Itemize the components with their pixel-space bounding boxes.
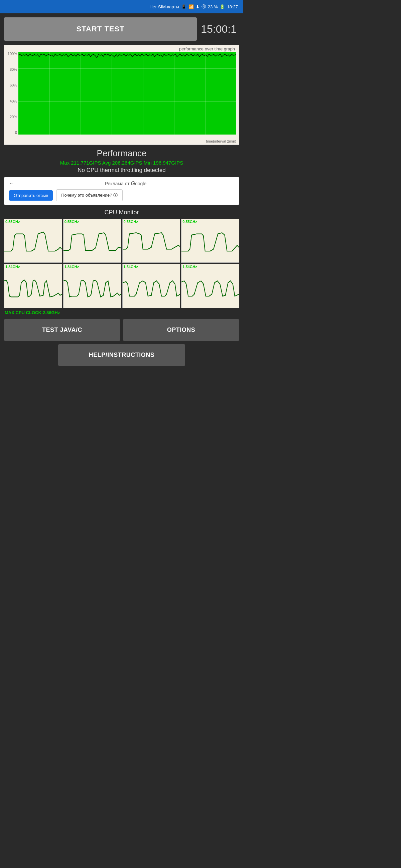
options-button[interactable]: OPTIONS <box>123 319 239 341</box>
cpu-core-2: 0.55GHz <box>63 219 121 263</box>
cpu-core-6-freq: 1.84GHz <box>64 265 79 269</box>
ad-back-arrow-icon[interactable]: ← <box>9 181 15 187</box>
cpu-core-6-graph <box>63 270 121 307</box>
y-label-60: 60% <box>10 83 17 87</box>
test-javac-button[interactable]: TEST JAVA/C <box>4 319 120 341</box>
cpu-grid-top: 0.55GHz 0.55GHz <box>4 219 239 308</box>
wifi-icon: 📶 <box>189 4 194 9</box>
performance-stats: Max 211,771GIPS Avg 206,264GIPS Min 196,… <box>4 160 239 165</box>
performance-title: Performance <box>4 148 239 159</box>
performance-section: Performance Max 211,771GIPS Avg 206,264G… <box>4 148 239 174</box>
timer-display: 15:00:1 <box>201 23 239 35</box>
y-label-20: 20% <box>10 115 17 119</box>
help-instructions-button[interactable]: HELP/INSTRUCTIONS <box>58 344 185 366</box>
cpu-core-6: 1.84GHz <box>63 264 121 308</box>
cpu-core-8: 1.54GHz <box>181 264 239 308</box>
cpu-core-4-graph <box>181 224 239 262</box>
clock: 18:27 <box>227 4 238 9</box>
cpu-core-5-freq: 1.84GHz <box>5 265 20 269</box>
y-label-80: 80% <box>10 67 17 71</box>
main-content: START TEST 15:00:1 performance over time… <box>0 13 243 383</box>
ad-feedback-button[interactable]: Отправить отзыв <box>9 190 53 200</box>
cpu-core-2-freq: 0.55GHz <box>64 220 79 224</box>
bottom-buttons: TEST JAVA/C OPTIONS <box>4 319 239 341</box>
status-bar: Нет SIM-карты 📱 📶 ⬇ Ⓝ 23 % 🔋 18:27 <box>0 0 243 13</box>
cpu-core-5: 1.84GHz <box>4 264 62 308</box>
sim-status: Нет SIM-карты <box>149 4 179 9</box>
ad-label: Реклама от Google <box>17 181 234 187</box>
cpu-core-3-graph <box>123 224 180 262</box>
cpu-core-5-graph <box>4 270 62 307</box>
cpu-core-2-graph <box>63 224 121 262</box>
sim-icon: 📱 <box>181 4 187 9</box>
help-btn-row: HELP/INSTRUCTIONS <box>4 344 239 366</box>
performance-line-svg <box>18 52 236 134</box>
graph-y-labels: 100% 80% 60% 40% 20% 0 <box>4 52 18 134</box>
y-label-100: 100% <box>8 52 17 56</box>
graph-area <box>18 52 236 134</box>
ad-from-text: Реклама от <box>105 181 130 186</box>
download-icon: ⬇ <box>196 4 200 9</box>
graph-title: performance over time graph <box>179 46 235 52</box>
cpu-core-1-freq: 0.55GHz <box>5 220 20 224</box>
cpu-monitor-section: CPU Monitor 0.55GHz 0.55GHz <box>4 209 239 315</box>
battery-percent: 23 % <box>208 4 218 9</box>
battery-icon: 🔋 <box>220 4 225 9</box>
max-cpu-clock: MAX CPU CLOCK:2.86GHz <box>4 310 239 315</box>
cpu-core-7-freq: 1.54GHz <box>124 265 138 269</box>
cpu-core-1-graph <box>4 224 62 262</box>
start-test-button[interactable]: START TEST <box>4 18 197 41</box>
throttle-text: No CPU thermal throttling detected <box>4 167 239 174</box>
ad-buttons-row: Отправить отзыв Почему это объявление? ⓘ <box>9 189 234 201</box>
cpu-core-8-graph <box>181 270 239 307</box>
cpu-core-1: 0.55GHz <box>4 219 62 263</box>
ad-why-button[interactable]: Почему это объявление? ⓘ <box>56 189 123 201</box>
graph-x-label: time(interval 2min) <box>206 139 236 143</box>
google-text: oogle <box>135 181 146 186</box>
cpu-core-7-graph <box>123 270 180 307</box>
cpu-core-8-freq: 1.54GHz <box>182 265 197 269</box>
cpu-core-7: 1.54GHz <box>122 264 180 308</box>
ad-banner: ← Реклама от Google Отправить отзыв Поче… <box>4 177 239 205</box>
top-controls: START TEST 15:00:1 <box>4 18 239 41</box>
cpu-core-4-freq: 0.55GHz <box>182 220 197 224</box>
performance-graph: performance over time graph 100% 80% 60%… <box>4 45 239 145</box>
google-logo: G <box>131 181 135 186</box>
cpu-core-4: 0.55GHz <box>181 219 239 263</box>
y-label-0: 0 <box>15 130 17 134</box>
cpu-core-3: 0.55GHz <box>122 219 180 263</box>
cpu-monitor-title: CPU Monitor <box>4 209 239 216</box>
cpu-core-3-freq: 0.55GHz <box>124 220 138 224</box>
ad-header: ← Реклама от Google <box>9 181 234 187</box>
y-label-40: 40% <box>10 99 17 103</box>
nfc-icon: Ⓝ <box>201 4 206 10</box>
